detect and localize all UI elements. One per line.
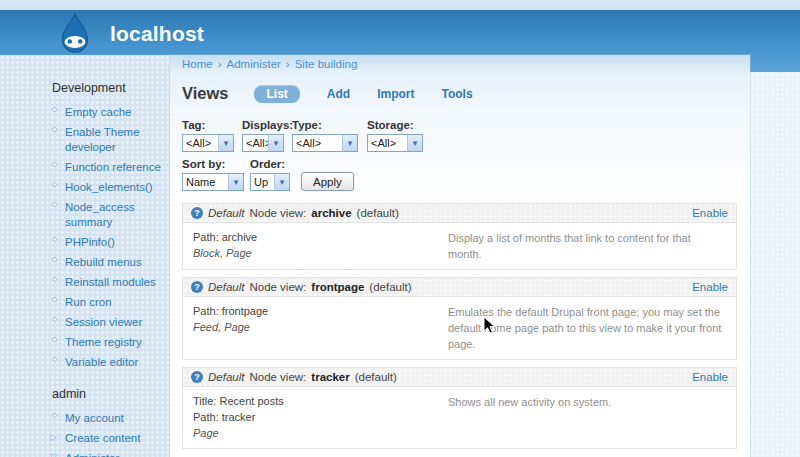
sidebar-item-theme-registry[interactable]: Theme registry xyxy=(52,334,164,349)
view-kind: Node view: xyxy=(249,281,306,293)
bullet-icon xyxy=(52,162,57,167)
view-default-label: Default xyxy=(208,207,244,219)
filter-row-2: Sort by: Name ▾ Order: Up ▾ Apply xyxy=(182,158,738,191)
bullet-icon xyxy=(52,413,57,418)
type-filter-label: Type: xyxy=(292,119,358,131)
expanded-arrow-icon: ▽ xyxy=(50,450,57,457)
help-icon[interactable]: ? xyxy=(191,207,203,219)
chevron-down-icon: ▾ xyxy=(342,135,357,151)
sidebar-item-create-content[interactable]: ▷Create content xyxy=(52,430,164,445)
view-kind: Node view: xyxy=(249,207,306,219)
sort-by-filter-label: Sort by: xyxy=(182,158,244,170)
sidebar-item-node-access-summary[interactable]: Node_access summary xyxy=(52,199,164,229)
view-suffix: (default) xyxy=(369,281,411,293)
view-row-header: ? Default Node view: frontpage (default)… xyxy=(183,278,736,297)
drupal-admin-screen: localhost Development Empty cache Enable… xyxy=(0,0,800,457)
sidebar-item-hook-elements[interactable]: Hook_elements() xyxy=(52,179,164,194)
storage-filter-select[interactable]: <All> ▾ xyxy=(367,134,423,152)
view-row-header: ? Default Node view: archive (default) E… xyxy=(183,204,736,223)
tab-tools[interactable]: Tools xyxy=(442,87,473,101)
sidebar-item-phpinfo[interactable]: PHPinfo() xyxy=(52,234,164,249)
view-description: Shows all new activity on system. xyxy=(448,393,726,441)
view-displays: Page xyxy=(193,425,448,441)
help-icon[interactable]: ? xyxy=(191,371,203,383)
bullet-icon xyxy=(52,107,57,112)
view-suffix: (default) xyxy=(357,207,399,219)
view-row-archive: ? Default Node view: archive (default) E… xyxy=(182,203,737,270)
apply-button[interactable]: Apply xyxy=(301,172,354,191)
sidebar-item-empty-cache[interactable]: Empty cache xyxy=(52,104,164,119)
view-row-header: ? Default Node view: tracker (default) E… xyxy=(183,368,736,387)
content-panel: Home › Administer › Site building Views … xyxy=(170,55,750,457)
view-default-label: Default xyxy=(208,371,244,383)
tab-list[interactable]: List xyxy=(254,85,299,103)
view-default-label: Default xyxy=(208,281,244,293)
bullet-icon xyxy=(52,337,57,342)
sort-by-filter-select[interactable]: Name ▾ xyxy=(182,173,244,191)
bullet-icon xyxy=(52,182,57,187)
enable-link[interactable]: Enable xyxy=(692,281,728,293)
view-name: tracker xyxy=(311,371,349,383)
type-filter-group: Type: <All> ▾ xyxy=(292,119,358,152)
type-filter-select[interactable]: <All> ▾ xyxy=(292,134,358,152)
view-row-body: Path: archive Block, Page Display a list… xyxy=(183,223,736,269)
displays-filter-select[interactable]: <All> ▾ xyxy=(242,134,284,152)
sidebar-item-session-viewer[interactable]: Session viewer xyxy=(52,314,164,329)
view-details: Title: Recent posts Path: tracker Page xyxy=(193,393,448,441)
view-displays: Block, Page xyxy=(193,245,448,261)
view-row-body: Title: Recent posts Path: tracker Page S… xyxy=(183,387,736,448)
sidebar-item-function-reference[interactable]: Function reference xyxy=(52,159,164,174)
order-filter-select[interactable]: Up ▾ xyxy=(250,173,290,191)
breadcrumb-site-building-link[interactable]: Site building xyxy=(295,58,358,70)
bullet-icon xyxy=(52,127,57,132)
view-description: Display a list of months that link to co… xyxy=(448,229,726,262)
view-path: Path: archive xyxy=(193,229,448,245)
breadcrumb-home-link[interactable]: Home xyxy=(182,58,213,70)
enable-link[interactable]: Enable xyxy=(692,207,728,219)
tab-import[interactable]: Import xyxy=(377,87,414,101)
sidebar-item-my-account[interactable]: My account xyxy=(52,410,164,425)
title-row: Views List Add Import Tools xyxy=(170,73,750,112)
sidebar: Development Empty cache Enable Theme dev… xyxy=(0,55,170,457)
sidebar-item-run-cron[interactable]: Run cron xyxy=(52,294,164,309)
enable-link[interactable]: Enable xyxy=(692,371,728,383)
bullet-icon xyxy=(52,202,57,207)
breadcrumb-separator: › xyxy=(218,58,222,70)
bullet-icon xyxy=(52,277,57,282)
collapsed-arrow-icon: ▷ xyxy=(50,430,57,444)
view-row-body: Path: frontpage Feed, Page Emulates the … xyxy=(183,297,736,359)
tabs: List Add Import Tools xyxy=(254,85,472,103)
view-title: Title: Recent posts xyxy=(193,393,448,409)
sidebar-item-rebuild-menus[interactable]: Rebuild menus xyxy=(52,254,164,269)
sidebar-item-enable-theme-developer[interactable]: Enable Theme developer xyxy=(52,124,164,154)
mouse-cursor xyxy=(483,316,496,339)
sidebar-item-administer[interactable]: ▽Administer xyxy=(52,450,164,457)
bullet-icon xyxy=(52,297,57,302)
sidebar-item-reinstall-modules[interactable]: Reinstall modules xyxy=(52,274,164,289)
view-displays: Feed, Page xyxy=(193,319,448,335)
chevron-down-icon: ▾ xyxy=(274,174,289,190)
sidebar-menu-admin: My account ▷Create content ▽Administer ▷… xyxy=(52,410,170,457)
sort-by-filter-group: Sort by: Name ▾ xyxy=(182,158,244,191)
filter-row-1: Tag: <All> ▾ Displays: <All> ▾ Type: xyxy=(182,119,738,152)
view-path: Path: tracker xyxy=(193,409,448,425)
view-suffix: (default) xyxy=(355,371,397,383)
order-filter-group: Order: Up ▾ xyxy=(250,158,290,191)
order-filter-label: Order: xyxy=(250,158,290,170)
bullet-icon xyxy=(52,357,57,362)
help-icon[interactable]: ? xyxy=(191,281,203,293)
chevron-down-icon: ▾ xyxy=(268,135,283,151)
top-strip xyxy=(0,0,800,10)
drupal-logo-icon[interactable] xyxy=(54,12,98,56)
tab-add[interactable]: Add xyxy=(327,87,350,101)
breadcrumb-administer-link[interactable]: Administer xyxy=(227,58,281,70)
tag-filter-select[interactable]: <All> ▾ xyxy=(182,134,234,152)
chevron-down-icon: ▾ xyxy=(228,174,243,190)
storage-filter-label: Storage: xyxy=(367,119,423,131)
storage-filter-group: Storage: <All> ▾ xyxy=(367,119,423,152)
bullet-icon xyxy=(52,237,57,242)
tag-filter-label: Tag: xyxy=(182,119,234,131)
sidebar-item-variable-editor[interactable]: Variable editor xyxy=(52,354,164,369)
displays-filter-group: Displays: <All> ▾ xyxy=(242,119,284,152)
site-name-link[interactable]: localhost xyxy=(110,22,204,46)
